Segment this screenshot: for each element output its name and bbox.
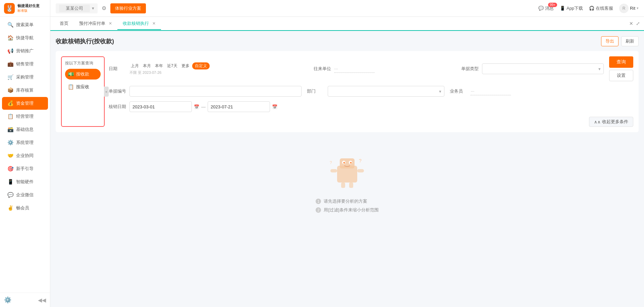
sidebar: 🐰 畅捷通好生意 标准版 🔍 搜索菜单 🏠 快捷导航 📢 营销推广 💼 销售管理…: [0, 0, 50, 307]
sidebar-item-shortcuts[interactable]: 🏠 快捷导航: [2, 32, 48, 44]
logo-text: 畅捷通好生意 标准版: [17, 3, 40, 13]
basic-icon: 🗃️: [7, 126, 13, 133]
salesperson-select[interactable]: ···: [471, 87, 511, 95]
tab-expand-icon[interactable]: ⤢: [636, 21, 640, 26]
page-header-actions: 导出 刷新: [601, 36, 639, 46]
empty-icon-wrap: ? ?: [327, 152, 367, 190]
solution-button[interactable]: 体验行业方案: [110, 3, 146, 13]
sidebar-label-hardware: 智能硬件: [16, 179, 34, 185]
gear-button[interactable]: ⚙: [102, 5, 106, 11]
tab-home[interactable]: 首页: [54, 18, 74, 29]
settings-footer-icon[interactable]: ⚙️: [4, 296, 11, 304]
writeoff-end-input[interactable]: [208, 101, 270, 112]
sidebar-item-basic[interactable]: 🗃️ 基础信息: [2, 123, 48, 136]
collapse-sidebar-icon[interactable]: ◀◀: [38, 297, 46, 303]
date-btn-this-year[interactable]: 本年: [154, 62, 164, 69]
sidebar-item-guide[interactable]: 🎯 新手引导: [2, 162, 48, 175]
service-button[interactable]: 🎧 在线客服: [589, 5, 613, 11]
tip-item-2: 2 用[过滤]条件来缩小分析范围: [316, 206, 378, 214]
filter-row-1: 日期 上月 本月 本年 近7天 更多 自定义 不限 至 2023-07-26: [109, 56, 633, 81]
chevron-down-icon: ▾: [92, 6, 94, 11]
setting-button[interactable]: 设置: [609, 70, 633, 81]
filter-option-receipt-label: 按收款: [76, 71, 89, 77]
dept-select[interactable]: ▾: [328, 86, 445, 97]
sidebar-label-marketing: 营销推广: [16, 48, 34, 54]
svg-point-4: [343, 162, 345, 164]
counterpart-field: 往来单位 ···: [314, 65, 456, 73]
tip-num-1: 1: [316, 199, 321, 204]
app-download-button[interactable]: 📱 App下载: [560, 5, 583, 11]
tab-collect-close-icon[interactable]: ✕: [152, 21, 156, 26]
user-chevron-icon: ▾: [637, 6, 639, 10]
sidebar-item-member[interactable]: ✌️ 畅会员: [2, 202, 48, 214]
svg-point-5: [350, 162, 352, 164]
date-btn-last-month[interactable]: 上月: [129, 62, 140, 69]
date-label: 日期: [109, 66, 127, 72]
bill-type-field: 单据类型 ▾: [461, 63, 604, 74]
corp-icon: 🤝: [7, 153, 13, 159]
sidebar-item-system[interactable]: ⚙️ 系统管理: [2, 136, 48, 149]
date-btn-7days[interactable]: 近7天: [166, 62, 179, 69]
sidebar-label-sales: 销售管理: [16, 61, 34, 67]
salesperson-field: 业务员 ···: [450, 87, 588, 95]
writeoff-end-cal-icon[interactable]: 📅: [272, 104, 277, 109]
collapse-more-button[interactable]: ∧∧ 收起更多条件: [589, 117, 633, 127]
date-btn-more[interactable]: 更多: [180, 62, 191, 69]
tab-close-all-icon[interactable]: ✕: [629, 21, 633, 26]
sidebar-label-member: 畅会员: [16, 205, 29, 211]
bill-no-label: 单据编号: [109, 88, 127, 94]
sidebar-item-hardware[interactable]: 📱 智能硬件: [2, 175, 48, 188]
salesperson-placeholder: ···: [471, 89, 511, 94]
bill-type-select[interactable]: ▾: [482, 63, 604, 74]
sidebar-footer: ⚙️ ◀◀: [0, 293, 50, 307]
purchase-icon: 🛒: [7, 74, 13, 80]
receipt-icon: 💵: [68, 71, 74, 77]
empty-state: ? ? 1 请先选择要分析的方案 2 用[过滤]条件来缩小分析范围: [56, 132, 639, 235]
sidebar-label-finance: 资金管理: [16, 100, 34, 106]
filter-option-by-receivable[interactable]: 📋 按应收: [65, 82, 101, 92]
writeoff-start-cal-icon[interactable]: 📅: [194, 104, 199, 109]
sidebar-item-corp[interactable]: 🤝 企业协同: [2, 149, 48, 162]
date-btn-custom[interactable]: 自定义: [192, 62, 210, 69]
refresh-button[interactable]: 刷新: [621, 36, 639, 46]
sidebar-nav: 🔍 搜索菜单 🏠 快捷导航 📢 营销推广 💼 销售管理 🛒 采购管理 📦 库存核…: [0, 17, 50, 293]
sidebar-item-inventory[interactable]: 📦 库存核算: [2, 84, 48, 97]
sidebar-item-finance[interactable]: 💰 资金管理: [2, 97, 48, 110]
filter-option-by-receipt[interactable]: 💵 按收款: [65, 69, 101, 80]
sidebar-item-wechat[interactable]: 💬 企业微信: [2, 189, 48, 201]
sidebar-label-inventory: 库存核算: [16, 87, 34, 93]
inventory-icon: 📦: [7, 87, 13, 93]
messages-button[interactable]: 💬 消息 99+: [538, 5, 554, 11]
hardware-icon: 📱: [7, 179, 13, 185]
date-field: 日期 上月 本月 本年 近7天 更多 自定义 不限 至 2023-07-26: [109, 62, 308, 75]
date-unlimited-text: 不限 至 2023-07-26: [129, 70, 210, 75]
system-icon: ⚙️: [7, 140, 13, 146]
top-bar-left: 某某公司 ▾ ⚙ 体验行业方案: [56, 3, 146, 13]
date-btn-this-month[interactable]: 本月: [142, 62, 152, 69]
writeoff-start-input[interactable]: [129, 101, 192, 112]
sidebar-item-purchase[interactable]: 🛒 采购管理: [2, 71, 48, 84]
filter-sidebar-collapse-btn[interactable]: «: [104, 87, 109, 97]
tab-collect-label: 收款核销执行: [123, 20, 149, 27]
bill-no-input[interactable]: [129, 86, 302, 97]
filter-option-receivable-label: 按应收: [76, 84, 89, 90]
marketing-icon: 📢: [7, 48, 13, 54]
counterpart-select[interactable]: ···: [334, 65, 375, 73]
export-button[interactable]: 导出: [601, 36, 619, 46]
sidebar-item-operations[interactable]: 📋 经营管理: [2, 110, 48, 123]
tab-home-label: 首页: [60, 20, 68, 27]
user-area[interactable]: R Rit ▾: [619, 4, 639, 13]
tab-collect[interactable]: 收款核销执行 ✕: [117, 18, 161, 30]
tab-prepay[interactable]: 预付冲应付单 ✕: [74, 18, 117, 29]
sidebar-item-marketing[interactable]: 📢 营销推广: [2, 45, 48, 57]
company-selector[interactable]: 某某公司 ▾: [56, 3, 98, 13]
dept-label: 部门: [307, 88, 325, 94]
sidebar-item-search[interactable]: 🔍 搜索菜单: [2, 18, 48, 31]
search-button[interactable]: 查询: [609, 56, 633, 68]
sidebar-item-sales[interactable]: 💼 销售管理: [2, 58, 48, 70]
tab-prepay-close-icon[interactable]: ✕: [109, 21, 112, 26]
top-bar: 某某公司 ▾ ⚙ 体验行业方案 💬 消息 99+ 📱 App下载 🎧 在线客服 …: [50, 0, 644, 17]
tip-item-1: 1 请先选择要分析的方案: [316, 197, 378, 206]
date-shortcuts: 上月 本月 本年 近7天 更多 自定义: [129, 62, 210, 69]
page-content: 收款核销执行(按收款) 导出 刷新 按以下方案查询 💵 按收款 📋 按应收 «: [50, 31, 644, 307]
